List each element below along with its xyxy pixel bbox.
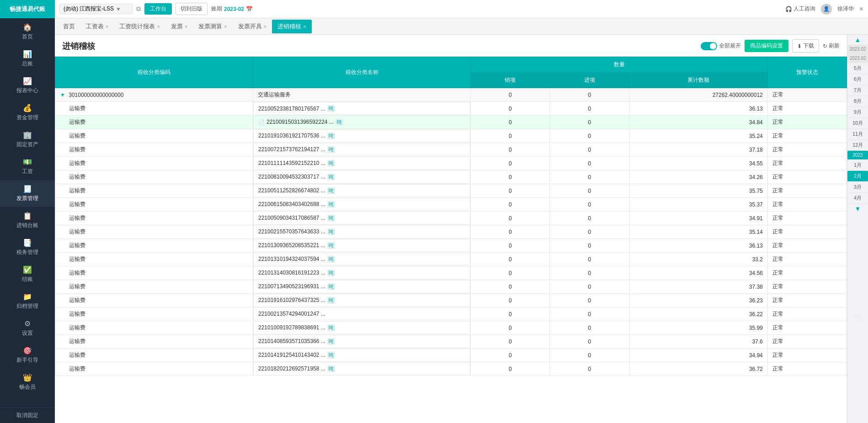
cell-sales: 0 [471,239,550,253]
sidebar-item-assets[interactable]: 🏢 固定资产 [0,126,55,153]
table-row[interactable]: 运输费 22101314030816191223 ... 吨 0 0 34.56… [55,266,847,280]
table-row[interactable]: 运输费 22101111143592152210 ... 吨 0 0 34.55… [55,157,847,170]
cell-status: 正常 [767,225,847,239]
tab-reconciliation-close[interactable]: × [303,24,306,29]
sidebar-item-sales-ledger[interactable]: 📋 进销台账 [0,207,55,234]
col-cumulative: 累计数额 [629,73,767,88]
tab-invoice-issue-close[interactable]: × [264,24,266,29]
cell-status: 正常 [767,184,847,198]
tab-payroll-stats-close[interactable]: × [157,24,160,29]
sidebar-unpin[interactable]: 取消固定 [0,407,55,423]
sidebar-item-settings[interactable]: ⚙ 设置 [0,315,55,342]
tab-payroll-close[interactable]: × [106,24,108,29]
table-row[interactable]: 运输费 22100511252826674802 ... 吨 0 0 35.75… [55,184,847,198]
sidebar-item-payroll[interactable]: 💵 工资 [0,153,55,180]
right-panel-oct[interactable]: 10月 [847,118,868,129]
copy-icon[interactable]: ⧉ [136,5,141,13]
sidebar-item-funds[interactable]: 💰 资金管理 [0,99,55,126]
right-panel-jul[interactable]: 7月 [847,85,868,96]
sidebar-item-ledger[interactable]: 📊 总账 [0,45,55,72]
product-code-setting-button[interactable]: 商品编码设置 [745,40,788,52]
sidebar-item-guide[interactable]: 🎯 新手引导 [0,342,55,369]
cell-item: 运输费 [55,184,253,198]
workbench-button[interactable]: 工作台 [144,3,172,15]
sidebar-item-ledger-label: 总账 [22,60,33,68]
right-panel-mar[interactable]: 3月 [847,182,868,193]
cell-item: 运输费 [55,198,253,212]
tab-invoices[interactable]: 发票 × [165,20,193,33]
right-panel-aug[interactable]: 8月 [847,96,868,107]
table-row[interactable]: 运输费 22101419125410143402 ... 吨 0 0 34.94… [55,349,847,362]
support-button[interactable]: 🎧 人工咨询 [785,5,815,13]
tab-reconciliation[interactable]: 进销稽核 × [272,20,311,33]
right-panel-feb[interactable]: 2月 [847,171,868,182]
tab-invoice-calc[interactable]: 发票测算 × [193,20,232,33]
table-row[interactable]: 运输费 22100615083403402688 ... 吨 0 0 35.37… [55,198,847,212]
table-row[interactable]: 运输费 22101820212692571958 ... 吨 0 0 36.72… [55,362,847,376]
table-row[interactable]: 运输费 22100810094532303717 ... 吨 0 0 34.26… [55,170,847,184]
table-row[interactable]: 运输费 📄 22100915031396592224 ... 吨 0 0 34.… [55,116,847,129]
expand-toggle[interactable] [701,42,717,50]
sidebar-item-reports[interactable]: 📈 报表中心 [0,72,55,99]
table-row[interactable]: 运输费 22101310194324037594 ... 吨 0 0 33.2 … [55,253,847,266]
sidebar-item-home[interactable]: 🏠 首页 [0,18,55,45]
cell-item: 运输费 [55,157,253,170]
table-row[interactable]: 运输费 22101910361921707536 ... 吨 0 0 35.24… [55,129,847,143]
sidebar-item-tax[interactable]: 📑 税务管理 [0,234,55,261]
cell-status: 正常 [767,266,847,280]
tab-home[interactable]: 首页 [58,20,80,33]
right-panel-down[interactable]: ▼ [847,204,868,214]
cell-sales: 0 [471,88,550,102]
cell-purchases: 0 [550,253,629,266]
table-row[interactable]: ▼ 301000000000000000 交通运输服务 0 0 27262.40… [55,88,847,102]
right-panel-apr[interactable]: 4月 [847,193,868,204]
table-row[interactable]: 运输费 22100509034317086587 ... 吨 0 0 34.91… [55,212,847,225]
sidebar-item-invoices[interactable]: 🧾 发票管理 [0,180,55,207]
tab-invoice-issue[interactable]: 发票开具 × [233,20,272,33]
right-panel: ▲ 2023.02 2023.02 5月 6月 7月 8月 9月 10月 11月… [847,35,868,423]
sidebar-item-tax-label: 税务管理 [16,249,38,256]
payroll-icon: 💵 [23,158,32,166]
table-row[interactable]: 运输费 22101916102976437325 ... 吨 0 0 36.23… [55,294,847,307]
table-row[interactable]: 运输费 22101309365208535221 ... 吨 0 0 36.13… [55,239,847,253]
switch-period-button[interactable]: 切到旧版 [176,3,208,15]
cell-status: 正常 [767,280,847,294]
right-panel-jun[interactable]: 6月 [847,74,868,85]
table-row[interactable]: 运输费 22100713490523196931 ... 吨 0 0 37.38… [55,280,847,294]
tab-invoices-close[interactable]: × [185,24,187,29]
topbar: (勿动) 江西报宝-LSS ▼ ⧉ 工作台 切到旧版 账期 2023-02 📅 … [55,0,868,18]
table-row[interactable]: 运输费 22100523381780176567 ... 吨 0 0 36.13… [55,102,847,116]
sidebar-item-archive[interactable]: 📁 归档管理 [0,288,55,315]
cell-sales: 0 [471,253,550,266]
flag-badge: 吨 [335,119,343,126]
table-row[interactable]: 运输费 22100213574294001247 ... 0 0 36.22 正… [55,307,847,321]
cell-purchases: 0 [550,335,629,349]
sidebar-item-member[interactable]: 👑 畅会员 [0,369,55,396]
right-panel-dec[interactable]: 12月 [847,140,868,151]
download-button[interactable]: ⬇ 下载 [792,39,819,53]
tab-payroll[interactable]: 工资表 × [80,20,114,33]
company-name: (勿动) 江西报宝-LSS [64,5,114,13]
expand-arrow[interactable]: ▼ [60,92,65,98]
tab-invoice-calc-close[interactable]: × [224,24,227,29]
sidebar-item-settlement[interactable]: ✅ 结账 [0,261,55,288]
right-panel-year-2023-sub[interactable]: 2023.02 [847,54,868,63]
right-panel-year-2023-header[interactable]: 2023.02 [847,45,868,54]
table-row[interactable]: 运输费 22100721573762194127 ... 吨 0 0 37.18… [55,143,847,157]
flag-badge: 吨 [327,132,335,139]
cell-invoice: 22101314030816191223 ... 吨 [253,266,470,280]
cell-purchases: 0 [550,88,629,102]
right-panel-nov[interactable]: 11月 [847,129,868,140]
table-row[interactable]: 运输费 22100215570357643633 ... 吨 0 0 35.14… [55,225,847,239]
table-row[interactable]: 运输费 22101009192789838691 ... 吨 0 0 35.99… [55,321,847,335]
right-panel-2023-year[interactable]: 2023 [847,151,868,160]
tab-payroll-stats[interactable]: 工资统计报表 × [114,20,165,33]
refresh-button[interactable]: ↻ 刷新 [823,42,840,50]
window-close-button[interactable]: × [859,5,863,13]
right-panel-jan[interactable]: 1月 [847,160,868,171]
right-panel-sep[interactable]: 9月 [847,107,868,118]
company-selector[interactable]: (勿动) 江西报宝-LSS ▼ [59,4,133,14]
table-row[interactable]: 运输费 22101408593571035366 ... 吨 0 0 37.6 … [55,335,847,349]
right-panel-up[interactable]: ▲ [847,35,868,45]
right-panel-may[interactable]: 5月 [847,63,868,74]
